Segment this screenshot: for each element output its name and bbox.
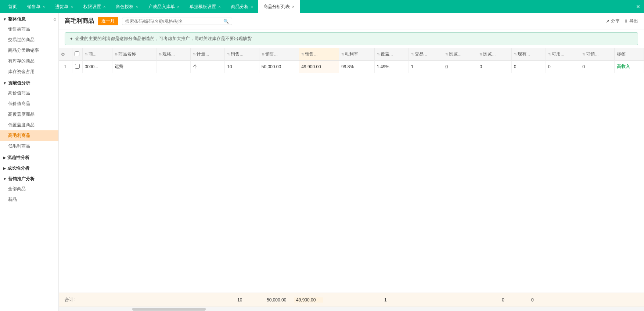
close-icon[interactable]: ×: [136, 4, 138, 9]
sidebar-item-high-coverage[interactable]: 高覆盖度商品: [0, 109, 58, 120]
close-icon[interactable]: ×: [43, 4, 45, 9]
sidebar: « ▼ 整体信息 销售类商品 交易过的商品 商品分类助销率 有库存的商品 库存资…: [0, 13, 59, 311]
sidebar-group-growth[interactable]: ▶ 成长性分析: [0, 162, 58, 173]
cell-sale-profit: 49,900.00: [299, 61, 339, 73]
cell-unit: 个: [191, 61, 225, 73]
th-saleable-stock[interactable]: ⇅可销...: [580, 48, 614, 61]
share-icon: ↗: [606, 19, 609, 24]
arrow-icon: ▶: [3, 156, 6, 160]
nav-product-analysis[interactable]: 商品分析 ×: [226, 0, 258, 13]
th-settings[interactable]: ⚙: [59, 48, 72, 61]
th-name[interactable]: ⇅商品名称: [112, 48, 156, 61]
scrollbar-thumb[interactable]: [132, 308, 206, 311]
close-icon[interactable]: ×: [103, 4, 105, 9]
sort-icon: ⇅: [262, 52, 265, 56]
sidebar-item-new-products[interactable]: 新品: [0, 194, 58, 205]
cell-spec: [156, 61, 190, 73]
period-button[interactable]: 近一月: [98, 17, 118, 25]
sidebar-collapse-button[interactable]: «: [53, 16, 56, 22]
th-sale-amount[interactable]: ⇅销售...: [259, 48, 299, 61]
th-browse2[interactable]: ⇅浏览...: [477, 48, 511, 61]
sidebar-group-flow[interactable]: ▶ 流趋性分析: [0, 152, 58, 162]
nav-template-settings[interactable]: 单据模板设置 ×: [184, 0, 226, 13]
th-checkbox[interactable]: [72, 48, 82, 61]
sidebar-group-marketing[interactable]: ▼ 营销推广分析: [0, 173, 58, 184]
sidebar-item-low-margin[interactable]: 低毛利商品: [0, 141, 58, 152]
nav-product-inbound[interactable]: 产成品入库单 ×: [143, 0, 184, 13]
horizontal-scrollbar[interactable]: [59, 307, 644, 311]
close-icon[interactable]: ×: [251, 4, 253, 9]
th-current-stock[interactable]: ⇅现有...: [511, 48, 546, 61]
nav-permission-settings[interactable]: 权限设置 ×: [78, 0, 111, 13]
cell-saleable-stock: 0: [580, 61, 614, 73]
sidebar-group-overall[interactable]: ▼ 整体信息: [0, 13, 58, 24]
cell-coverage: 1.49%: [374, 61, 409, 73]
search-icon[interactable]: 🔍: [223, 19, 229, 24]
footer-available-stock: 0: [500, 297, 529, 303]
share-button[interactable]: ↗ 分享: [606, 18, 620, 24]
th-available-stock[interactable]: ⇅可用...: [546, 48, 580, 61]
sidebar-item-sales-products[interactable]: 销售类商品: [0, 24, 58, 35]
close-icon[interactable]: ×: [292, 4, 294, 9]
th-unit[interactable]: ⇅计量...: [191, 48, 225, 61]
th-code[interactable]: ⇅商...: [82, 48, 112, 61]
sort-icon: ⇅: [377, 52, 380, 56]
nav-sales-order[interactable]: 销售单 ×: [22, 0, 50, 13]
row-checkbox[interactable]: [75, 64, 80, 69]
sidebar-item-in-stock[interactable]: 有库存的商品: [0, 56, 58, 66]
sidebar-item-high-value[interactable]: 高价值商品: [0, 88, 58, 98]
export-button[interactable]: ⬇ 导出: [624, 18, 638, 24]
sort-icon: ⇅: [514, 52, 517, 56]
footer-sale-profit: 49,900.00: [294, 297, 323, 303]
th-sale-profit[interactable]: ⇅销售...: [299, 48, 339, 61]
cell-current-stock: 0: [511, 61, 546, 73]
cell-num: 1: [59, 61, 72, 73]
select-all-checkbox[interactable]: [75, 51, 79, 56]
table-container: ⚙ ⇅商... ⇅商品名称 ⇅规格...: [59, 48, 644, 293]
header-actions: ↗ 分享 ⬇ 导出: [606, 18, 638, 24]
window-close-icon[interactable]: ✕: [635, 4, 641, 10]
cell-browse1[interactable]: 0: [443, 61, 477, 73]
cell-checkbox[interactable]: [72, 61, 82, 73]
sidebar-item-category-rate[interactable]: 商品分类助销率: [0, 45, 58, 56]
close-icon[interactable]: ×: [218, 4, 220, 9]
nav-product-analysis-list[interactable]: 商品分析列表 ×: [258, 0, 299, 13]
cell-name: 运费: [112, 61, 156, 73]
sidebar-item-high-margin[interactable]: 高毛利商品: [0, 130, 58, 141]
th-tag[interactable]: 标签: [614, 48, 644, 61]
sidebar-item-all-products[interactable]: 全部商品: [0, 184, 58, 194]
sidebar-item-low-value[interactable]: 低价值商品: [0, 98, 58, 109]
sidebar-item-low-coverage[interactable]: 低覆盖度商品: [0, 120, 58, 130]
nav-role-auth[interactable]: 角色授权 ×: [111, 0, 143, 13]
sidebar-group-contribution[interactable]: ▼ 贡献值分析: [0, 77, 58, 88]
nav-home[interactable]: 首页: [3, 0, 22, 13]
top-nav: 首页 销售单 × 进货单 × 权限设置 × 角色授权 × 产成品入库单 × 单据…: [0, 0, 644, 13]
nav-purchase-order[interactable]: 进货单 ×: [50, 0, 78, 13]
cell-trade-count: 1: [409, 61, 443, 73]
th-spec[interactable]: ⇅规格...: [156, 48, 190, 61]
sort-icon: ⇅: [411, 52, 414, 56]
content-header: 高毛利商品 近一月 🔍 ↗ 分享 ⬇ 导出: [59, 13, 644, 29]
footer-label: 合计:: [65, 297, 87, 303]
search-input[interactable]: [125, 19, 223, 24]
th-coverage[interactable]: ⇅覆盖...: [374, 48, 409, 61]
th-sale-qty[interactable]: ⇅销售...: [225, 48, 259, 61]
cell-code: 0000...: [82, 61, 112, 73]
footer-saleable-stock: 0: [529, 297, 558, 303]
sort-icon: ⇅: [115, 52, 118, 56]
sort-icon: ⇅: [159, 52, 162, 56]
sidebar-item-stock-capital[interactable]: 库存资金占用: [0, 66, 58, 77]
close-icon[interactable]: ×: [71, 4, 73, 9]
table-row: 1 0000... 运费 个 10 50,000.00 49,900.00 99…: [59, 61, 644, 73]
th-browse1[interactable]: ⇅浏览...: [443, 48, 477, 61]
sort-icon: ⇅: [548, 52, 551, 56]
sort-icon: ⇅: [227, 52, 230, 56]
th-trade-count[interactable]: ⇅交易...: [409, 48, 443, 61]
sidebar-item-traded-products[interactable]: 交易过的商品: [0, 35, 58, 45]
cell-gross-margin: 99.8%: [339, 61, 375, 73]
arrow-icon: ▼: [3, 17, 7, 21]
close-icon[interactable]: ×: [177, 4, 179, 9]
footer-trade-count: 1: [382, 297, 411, 303]
cell-sale-qty: 10: [225, 61, 259, 73]
th-gross-margin[interactable]: ⇅毛利率: [339, 48, 375, 61]
